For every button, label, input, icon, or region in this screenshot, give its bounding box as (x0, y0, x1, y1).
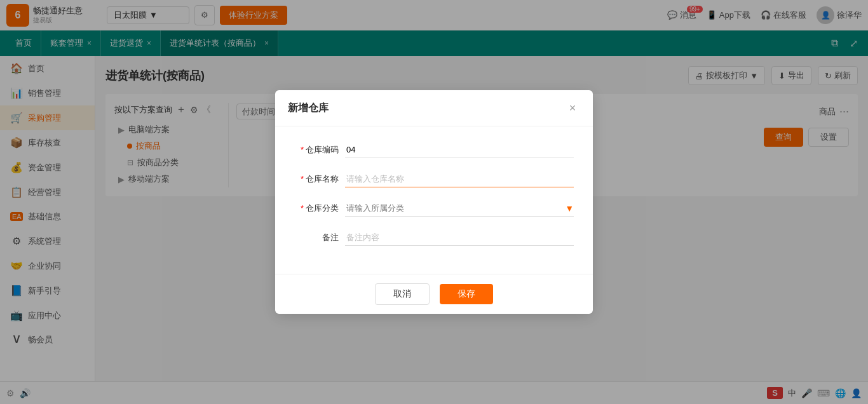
warehouse-name-label: 仓库名称 (294, 173, 339, 185)
warehouse-category-select[interactable]: ▼ (345, 200, 574, 217)
note-input[interactable] (345, 229, 574, 246)
modal-body: 仓库编码 仓库名称 仓库分类 ▼ 备注 (275, 126, 593, 274)
note-row: 备注 (294, 229, 574, 246)
warehouse-category-input[interactable] (345, 200, 565, 216)
note-label: 备注 (294, 232, 339, 243)
modal-header: 新增仓库 × (275, 90, 593, 126)
warehouse-code-input[interactable] (345, 142, 574, 158)
modal-close-button[interactable]: × (565, 100, 580, 116)
modal-overlay[interactable]: 新增仓库 × 仓库编码 仓库名称 仓库分类 ▼ (0, 0, 868, 404)
warehouse-category-label: 仓库分类 (294, 203, 339, 214)
warehouse-name-input[interactable] (345, 171, 574, 187)
save-button[interactable]: 保存 (440, 284, 493, 304)
warehouse-code-label: 仓库编码 (294, 144, 339, 156)
modal-title: 新增仓库 (288, 102, 329, 115)
modal-footer: 取消 保存 (275, 274, 593, 314)
warehouse-category-row: 仓库分类 ▼ (294, 200, 574, 217)
modal-new-warehouse: 新增仓库 × 仓库编码 仓库名称 仓库分类 ▼ (275, 90, 593, 314)
chevron-down-icon: ▼ (565, 203, 574, 213)
cancel-button[interactable]: 取消 (375, 283, 430, 305)
warehouse-code-row: 仓库编码 (294, 142, 574, 158)
warehouse-name-row: 仓库名称 (294, 171, 574, 187)
